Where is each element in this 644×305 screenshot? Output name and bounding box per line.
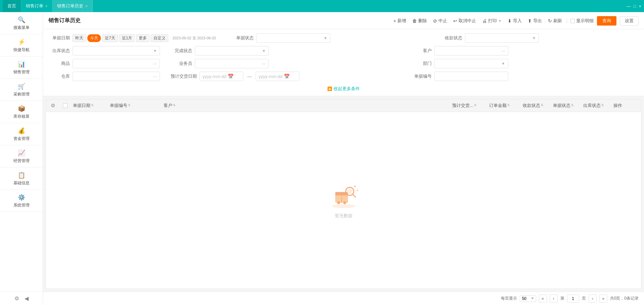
sidebar-item-sales[interactable]: 📊 销售管理: [0, 56, 43, 79]
column-settings[interactable]: ⚙: [49, 103, 61, 109]
cancel-stop-button[interactable]: ↩ 取消中止: [452, 17, 477, 25]
warehouse-field[interactable]: ···: [73, 72, 160, 81]
svg-point-10: [343, 201, 346, 204]
tab-sales-history-close[interactable]: ×: [85, 4, 87, 8]
column-customer[interactable]: 客户 ⇅: [162, 103, 450, 109]
sales-rep-field[interactable]: ···: [195, 59, 269, 68]
sidebar-item-basic-info[interactable]: 📋 基础信息: [0, 167, 43, 190]
display-toggle-label: 显示明细: [576, 18, 594, 24]
customer-field[interactable]: ···: [434, 46, 508, 55]
column-receipt[interactable]: 收款状态 ⇅: [521, 103, 551, 109]
warehouse-status-field[interactable]: ▼: [73, 46, 160, 55]
display-toggle[interactable]: 显示明细: [570, 18, 594, 24]
completion-status-chevron: ▼: [262, 49, 266, 53]
search-icon: 🔍: [18, 16, 25, 24]
page-header: 销售订单历史 + 新增 🗑 删除 ⊘ 中止 ↩ 取消中止: [43, 12, 644, 29]
first-page-btn[interactable]: «: [539, 295, 547, 303]
system-icon: ⚙️: [18, 194, 25, 201]
date-btn-custom[interactable]: 自定义: [151, 34, 168, 42]
stop-button[interactable]: ⊘ 中止: [432, 17, 448, 25]
sidebar-item-finance[interactable]: 💰 资金管理: [0, 123, 43, 145]
maximize-btn[interactable]: □: [634, 4, 636, 9]
receipt-status-field[interactable]: ▼: [465, 33, 539, 43]
completion-status-field[interactable]: ▼: [195, 46, 269, 55]
sales-rep-dots-icon: ···: [262, 61, 266, 66]
collapse-sidebar-icon[interactable]: ◀: [25, 295, 29, 302]
last-page-btn[interactable]: »: [599, 295, 607, 303]
toolbar: + 新增 🗑 删除 ⊘ 中止 ↩ 取消中止 🖨 打印: [392, 16, 639, 29]
sidebar-sales-label: 销售管理: [13, 69, 30, 75]
warehouse-label: 仓库: [48, 73, 70, 79]
prev-page-btn[interactable]: ‹: [550, 295, 558, 303]
export-button[interactable]: ⬆ 导出: [526, 17, 543, 25]
date-btn-more[interactable]: 更多: [136, 34, 149, 42]
empty-text: 暂无数据: [335, 213, 352, 219]
delivery-date-end-field[interactable]: yyyy-mm-dd 📅: [256, 72, 299, 81]
tab-sales-order-close[interactable]: ×: [45, 4, 47, 8]
sidebar-system-label: 系统管理: [13, 202, 30, 208]
department-field[interactable]: ▼: [434, 59, 508, 68]
import-button[interactable]: ⬇ 导入: [506, 17, 523, 25]
tab-home[interactable]: 首页: [3, 0, 21, 12]
sort-delivery-icon: ⇅: [474, 104, 477, 107]
column-warehouse-label: 出库状态: [583, 103, 601, 109]
tab-sales-order[interactable]: 销售订单 ×: [21, 0, 52, 12]
doc-no-field[interactable]: [434, 72, 508, 81]
customer-dots-icon: ···: [501, 48, 505, 53]
column-delivery[interactable]: 预计交货... ⇅: [450, 103, 487, 109]
sidebar-item-quick-nav[interactable]: ⚡ 快捷导航: [0, 34, 43, 56]
column-status[interactable]: 单据状态 ⇅: [551, 103, 581, 109]
next-page-btn[interactable]: ›: [589, 295, 597, 303]
cancel-stop-icon: ↩: [453, 18, 457, 24]
column-amount-label: 订单金额: [489, 103, 507, 109]
sort-amount-icon: ⇅: [507, 104, 510, 107]
window-close-btn[interactable]: ×: [639, 4, 641, 9]
sort-date-icon: ⇅: [91, 104, 94, 107]
new-button[interactable]: + 新增: [392, 17, 407, 25]
per-page-select[interactable]: 50 10 20 100: [520, 295, 536, 302]
table-area: ⚙ 单据日期 ⇅ 单据编号 ⇅ 客户 ⇅ 预计交货...: [46, 99, 641, 289]
sidebar-item-system[interactable]: ⚙️ 系统管理: [0, 190, 43, 212]
sidebar-item-purchase[interactable]: 🛒 采购管理: [0, 79, 43, 101]
sort-warehouse-icon: ⇅: [601, 104, 604, 107]
delete-button[interactable]: 🗑 删除: [411, 17, 428, 25]
date-btn-yesterday[interactable]: 昨天: [73, 34, 86, 42]
minimize-btn[interactable]: —: [627, 4, 631, 9]
page-number-input[interactable]: [567, 295, 579, 303]
status-field[interactable]: ▼: [256, 33, 330, 43]
column-action-label: 操作: [613, 103, 622, 109]
date-label: 单据日期: [48, 35, 70, 41]
settings-button[interactable]: 设置: [620, 16, 639, 26]
print-button[interactable]: 🖨 打印 ▼: [481, 17, 503, 25]
checkbox-all[interactable]: [63, 103, 68, 108]
delivery-date-start-field[interactable]: yyyy-mm-dd 📅: [200, 72, 243, 81]
column-warehouse-status[interactable]: 出库状态 ⇅: [581, 103, 611, 109]
gear-icon: ⚙: [51, 103, 55, 109]
stop-icon: ⊘: [433, 18, 437, 24]
sidebar-item-inventory[interactable]: 📦 库存核算: [0, 101, 43, 123]
date-btn-1month[interactable]: 近1月: [119, 34, 135, 42]
collapse-row[interactable]: 🔼 收起更多条件: [48, 84, 639, 92]
tab-sales-history[interactable]: 销售订单历史 ×: [52, 0, 92, 12]
column-date[interactable]: 单据日期 ⇅: [71, 103, 108, 109]
settings-bottom-icon[interactable]: ⚙: [14, 295, 19, 302]
filter-row-2: 出库状态 ▼ 完成状态 ▼ 客户 ···: [48, 46, 639, 55]
column-doc-no[interactable]: 单据编号 ⇅: [108, 103, 162, 109]
new-label: 新增: [397, 18, 406, 24]
query-button[interactable]: 查询: [597, 16, 616, 26]
delete-label: 删除: [418, 18, 427, 24]
refresh-button[interactable]: ↻ 刷新: [547, 17, 563, 25]
finance-icon: 💰: [18, 127, 25, 135]
sidebar-item-operations[interactable]: 📈 经营管理: [0, 145, 43, 167]
product-field[interactable]: ···: [73, 59, 160, 68]
sidebar-item-search[interactable]: 🔍 搜索菜单: [0, 12, 43, 34]
date-btn-today[interactable]: 今天: [87, 34, 101, 42]
top-bar: 首页 销售订单 × 销售订单历史 × — □ ×: [0, 0, 644, 12]
sidebar-basic-info-label: 基础信息: [13, 180, 30, 186]
date-btn-7days[interactable]: 近7天: [102, 34, 118, 42]
column-select-all[interactable]: [61, 103, 71, 108]
column-amount[interactable]: 订单金额 ⇅: [487, 103, 521, 109]
import-icon: ⬇: [508, 18, 512, 24]
sales-order-tab-label: 销售订单: [26, 3, 43, 9]
page-suffix: 页: [582, 296, 586, 301]
